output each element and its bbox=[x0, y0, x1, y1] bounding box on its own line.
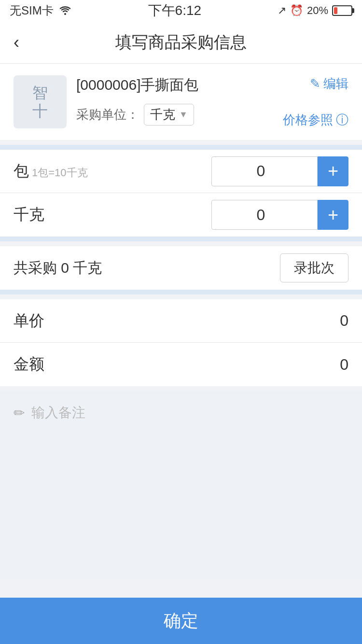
nav-bar: ‹ 填写商品采购信息 bbox=[0, 21, 362, 64]
unit-selector[interactable]: 千克 ▼ bbox=[144, 104, 194, 126]
unit-value: 千克 bbox=[150, 106, 175, 123]
logo-line1: 智 bbox=[32, 84, 48, 102]
bag-input-row: 包1包=10千克 + bbox=[0, 150, 362, 193]
logo-line2: 十 bbox=[32, 102, 48, 120]
price-value: 0 bbox=[340, 312, 348, 330]
remarks-placeholder: 输入备注 bbox=[31, 404, 85, 422]
pencil-icon: ✏ bbox=[14, 405, 25, 421]
bag-input-control: + bbox=[211, 156, 348, 186]
remarks-section[interactable]: ✏ 输入备注 bbox=[0, 391, 362, 434]
product-image: 智 十 bbox=[14, 75, 67, 128]
amount-value: 0 bbox=[340, 356, 348, 374]
summary-text: 共采购 0 千克 bbox=[14, 258, 102, 278]
summary-section: 共采购 0 千克 录批次 bbox=[0, 246, 362, 290]
bottom-area bbox=[0, 434, 362, 579]
main-content: 智 十 [0000006]手撕面包 采购单位： 千克 ▼ ✎ 编辑 价格参照 ⓘ bbox=[0, 64, 362, 579]
section-divider-1 bbox=[0, 145, 362, 150]
kg-quantity-input[interactable] bbox=[211, 200, 318, 230]
confirm-button[interactable]: 确定 bbox=[0, 598, 362, 644]
alarm-icon: ⏰ bbox=[290, 4, 303, 17]
info-icon: ⓘ bbox=[336, 112, 348, 128]
product-card: 智 十 [0000006]手撕面包 采购单位： 千克 ▼ ✎ 编辑 价格参照 ⓘ bbox=[0, 64, 362, 140]
record-batch-button[interactable]: 录批次 bbox=[280, 253, 348, 282]
back-button[interactable]: ‹ bbox=[14, 32, 19, 53]
sim-signal: 无SIM卡 bbox=[10, 3, 54, 18]
status-left: 无SIM卡 bbox=[10, 3, 72, 18]
price-ref-button[interactable]: 价格参照 ⓘ bbox=[283, 112, 348, 128]
kg-label: 千克 bbox=[14, 204, 211, 225]
info-section: 单价 0 金额 0 bbox=[0, 299, 362, 386]
bag-quantity-input[interactable] bbox=[211, 156, 318, 186]
amount-label: 金额 bbox=[14, 354, 44, 375]
kg-input-control: + bbox=[211, 200, 348, 230]
location-icon: ↗ bbox=[278, 4, 286, 17]
page-title: 填写商品采购信息 bbox=[115, 31, 247, 54]
summary-row: 共采购 0 千克 录批次 bbox=[0, 246, 362, 290]
unit-label: 采购单位： bbox=[76, 106, 139, 123]
edit-icon: ✎ bbox=[310, 76, 320, 91]
status-time: 下午6:12 bbox=[148, 1, 202, 20]
edit-button[interactable]: ✎ 编辑 bbox=[310, 75, 348, 92]
svg-point-0 bbox=[64, 13, 66, 15]
kg-plus-button[interactable]: + bbox=[318, 200, 348, 230]
amount-row: 金额 0 bbox=[0, 343, 362, 386]
bag-sublabel: 1包=10千克 bbox=[32, 167, 88, 179]
dropdown-arrow-icon: ▼ bbox=[179, 110, 188, 120]
bag-plus-button[interactable]: + bbox=[318, 156, 348, 186]
section-divider-3 bbox=[0, 290, 362, 294]
edit-label: 编辑 bbox=[323, 75, 348, 92]
price-ref-label: 价格参照 bbox=[283, 112, 333, 128]
section-divider-2 bbox=[0, 237, 362, 241]
wifi-icon bbox=[58, 6, 72, 15]
battery-percent: 20% bbox=[307, 4, 328, 17]
status-right: ↗ ⏰ 20% bbox=[278, 4, 352, 17]
price-label: 单价 bbox=[14, 310, 44, 332]
battery-indicator bbox=[332, 5, 352, 16]
bag-label: 包1包=10千克 bbox=[14, 161, 211, 182]
status-bar: 无SIM卡 下午6:12 ↗ ⏰ 20% bbox=[0, 0, 362, 21]
price-row: 单价 0 bbox=[0, 299, 362, 343]
input-section: 包1包=10千克 + 千克 + bbox=[0, 150, 362, 237]
product-name: [0000006]手撕面包 bbox=[76, 75, 348, 95]
kg-input-row: 千克 + bbox=[0, 193, 362, 237]
